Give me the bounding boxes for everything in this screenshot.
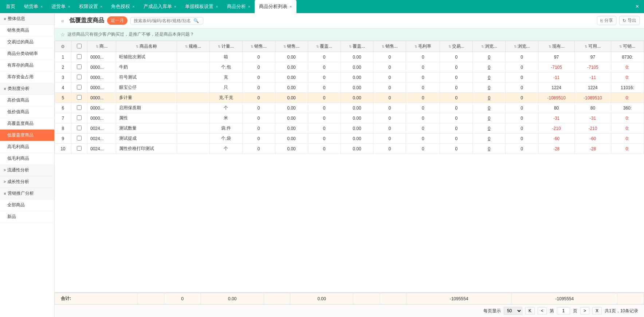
nav-close-icon[interactable]: ×: [174, 0, 176, 13]
cell-browse1[interactable]: 0: [473, 113, 506, 123]
row-checkbox[interactable]: [77, 54, 82, 59]
sidebar-item-低价值商品[interactable]: 低价值商品: [0, 106, 54, 118]
sidebar-section-成长性分析[interactable]: >成长性分析: [0, 176, 54, 188]
cell-browse1[interactable]: 0: [473, 83, 506, 93]
browse-link[interactable]: 0: [488, 55, 490, 60]
nav-item-销货单[interactable]: 销货单 ×: [20, 0, 47, 13]
cell-browse1[interactable]: 0: [473, 123, 506, 134]
cell-checkbox[interactable]: [71, 144, 87, 154]
browse-link[interactable]: 0: [488, 116, 490, 121]
row-checkbox[interactable]: [77, 95, 82, 100]
search-input[interactable]: [134, 18, 192, 23]
select-all-checkbox[interactable]: [77, 44, 82, 48]
sidebar-toggle-button[interactable]: «: [59, 17, 66, 24]
browse-link[interactable]: 0: [488, 85, 490, 90]
browse-link[interactable]: 0: [488, 106, 490, 111]
sidebar-item-交易过的商品[interactable]: 交易过的商品: [0, 36, 54, 48]
sidebar-item-低覆盖度商品[interactable]: 低覆盖度商品: [0, 130, 54, 141]
th-browse1[interactable]: ⇅浏览...: [473, 41, 506, 52]
row-checkbox[interactable]: [77, 105, 82, 110]
nav-close-icon[interactable]: ×: [40, 0, 43, 13]
row-checkbox[interactable]: [77, 146, 82, 151]
nav-close-icon[interactable]: ×: [290, 0, 292, 13]
browse-link[interactable]: 0: [488, 146, 490, 151]
nav-item-商品分析[interactable]: 商品分析 ×: [223, 0, 255, 13]
nav-close-icon[interactable]: ×: [248, 0, 250, 13]
nav-item-进货单[interactable]: 进货单 ×: [47, 0, 74, 13]
th-current[interactable]: ⇅现有...: [538, 41, 575, 52]
search-icon[interactable]: 🔍: [193, 18, 199, 23]
table-wrapper[interactable]: ⚙⇅商...⇅商品名称⇅规格...⇅计量...⇅销售...⇅销售...⇅覆盖..…: [55, 41, 644, 292]
row-checkbox[interactable]: [77, 136, 82, 140]
browse-link[interactable]: 0: [488, 136, 490, 141]
th-usable[interactable]: ⇅可用...: [575, 41, 611, 52]
sidebar-section-营销推广分析[interactable]: ∨营销推广分析: [0, 188, 54, 199]
prev-page-button[interactable]: <: [538, 307, 547, 314]
cell-browse1[interactable]: 0: [473, 52, 506, 62]
browse-link[interactable]: 0: [488, 75, 490, 80]
sidebar-item-销售类商品[interactable]: 销售类商品: [0, 25, 54, 36]
cell-browse1[interactable]: 0: [473, 103, 506, 113]
sidebar-section-类别度分析[interactable]: ∨类别度分析: [0, 83, 54, 95]
sidebar-section-整体信息[interactable]: ∨整体信息: [0, 13, 54, 25]
sidebar-item-库存资金占用[interactable]: 库存资金占用: [0, 71, 54, 83]
nav-item-单据模板设置[interactable]: 单据模板设置 ×: [181, 0, 222, 13]
sidebar-item-高覆盖度商品[interactable]: 高覆盖度商品: [0, 118, 54, 130]
th-sales_amt[interactable]: ⇅销售...: [275, 41, 308, 52]
cell-browse1[interactable]: 0: [473, 134, 506, 144]
cell-checkbox[interactable]: [71, 103, 87, 113]
sidebar-item-新品[interactable]: 新品: [0, 211, 54, 223]
th-browse2[interactable]: ⇅浏览...: [506, 41, 538, 52]
cell-checkbox[interactable]: [71, 123, 87, 134]
date-filter-button[interactable]: 近一月: [107, 16, 127, 25]
th-saleable[interactable]: ⇅可销...: [611, 41, 644, 52]
nav-close-icon[interactable]: ×: [132, 0, 134, 13]
cell-checkbox[interactable]: [71, 62, 87, 72]
cell-checkbox[interactable]: [71, 83, 87, 93]
page-input[interactable]: [557, 307, 570, 314]
sidebar-item-商品分类动销率[interactable]: 商品分类动销率: [0, 48, 54, 60]
browse-link[interactable]: 0: [488, 95, 490, 100]
th-sales_qty[interactable]: ⇅销售...: [242, 41, 275, 52]
th-gross[interactable]: ⇅毛利率: [406, 41, 440, 52]
cell-browse1[interactable]: 0: [473, 144, 506, 154]
per-page-select[interactable]: 2050100200: [504, 307, 522, 315]
cell-checkbox[interactable]: [71, 93, 87, 103]
sidebar-item-低毛利商品[interactable]: 低毛利商品: [0, 153, 54, 165]
first-page-button[interactable]: K: [525, 307, 535, 314]
sidebar-item-高价值商品[interactable]: 高价值商品: [0, 95, 54, 106]
nav-item-首页[interactable]: 首页: [1, 0, 20, 13]
sidebar-section-流通性分析[interactable]: >流通性分析: [0, 165, 54, 176]
nav-item-产成品入库单[interactable]: 产成品入库单 ×: [139, 0, 181, 13]
th-unit[interactable]: ⇅计量...: [209, 41, 242, 52]
nav-item-商品分析列表[interactable]: 商品分析列表 ×: [255, 0, 296, 13]
nav-item-权限设置[interactable]: 权限设置 ×: [75, 0, 107, 13]
th-name[interactable]: ⇅商品名称: [116, 41, 177, 52]
sidebar-item-高毛利商品[interactable]: 高毛利商品: [0, 141, 54, 153]
row-checkbox[interactable]: [77, 115, 82, 120]
cell-checkbox[interactable]: [71, 113, 87, 123]
cell-checkbox[interactable]: [71, 134, 87, 144]
row-checkbox[interactable]: [77, 75, 82, 79]
cell-browse1[interactable]: 0: [473, 72, 506, 83]
cell-checkbox[interactable]: [71, 52, 87, 62]
nav-close-icon[interactable]: ×: [68, 0, 70, 13]
th-code[interactable]: ⇅商...: [87, 41, 116, 52]
row-checkbox[interactable]: [77, 64, 82, 69]
row-checkbox[interactable]: [77, 85, 82, 90]
nav-close-icon[interactable]: ×: [216, 0, 218, 13]
gear-icon[interactable]: ⚙: [61, 44, 65, 49]
export-button[interactable]: ↻ 导出: [619, 16, 640, 25]
cell-browse1[interactable]: 0: [473, 93, 506, 103]
cell-checkbox[interactable]: [71, 72, 87, 83]
th-sales3[interactable]: ⇅销售...: [373, 41, 406, 52]
browse-link[interactable]: 0: [488, 126, 490, 131]
sidebar-item-全部商品[interactable]: 全部商品: [0, 199, 54, 211]
th-cover2[interactable]: ⇅覆盖...: [341, 41, 373, 52]
row-checkbox[interactable]: [77, 126, 82, 130]
th-spec[interactable]: ⇅规格...: [177, 41, 209, 52]
last-page-button[interactable]: X: [592, 307, 602, 314]
cell-browse1[interactable]: 0: [473, 62, 506, 72]
sidebar-item-有库存的商品[interactable]: 有库存的商品: [0, 60, 54, 71]
th-cover1[interactable]: ⇅覆盖...: [308, 41, 341, 52]
